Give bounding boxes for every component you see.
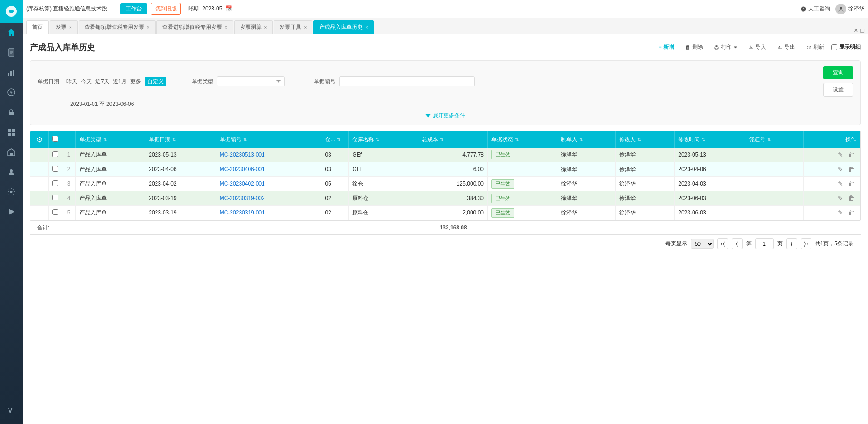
- ai-service-button[interactable]: 人工咨询: [800, 5, 830, 13]
- date-yesterday[interactable]: 昨天: [66, 78, 77, 86]
- row-checkbox[interactable]: [52, 166, 58, 172]
- row-delete-button[interactable]: 🗑: [846, 150, 856, 159]
- date-today[interactable]: 今天: [81, 78, 92, 86]
- tab-invoice[interactable]: 发票 ×: [50, 20, 78, 34]
- th-warehouse-name[interactable]: 仓库名称⇅: [349, 131, 418, 148]
- row-checkbox[interactable]: [52, 151, 58, 157]
- row-checkbox-cell: [48, 205, 62, 220]
- row-checkbox[interactable]: [52, 180, 58, 186]
- date-1month[interactable]: 近1月: [113, 78, 127, 86]
- th-warehouse-code[interactable]: 仓...⇅: [321, 131, 349, 148]
- tab-sales-vat-close[interactable]: ×: [147, 25, 150, 30]
- sidebar-item-play[interactable]: [0, 202, 23, 222]
- row-number-link[interactable]: MC-20230319-002: [220, 195, 265, 201]
- th-status[interactable]: 单据状态⇅: [487, 131, 557, 148]
- import-button[interactable]: 导入: [745, 42, 770, 53]
- sidebar-item-warehouse[interactable]: [0, 142, 23, 162]
- tab-product-history-close[interactable]: ×: [365, 25, 368, 30]
- row-total-cost: 125,000.00: [418, 176, 488, 191]
- th-date[interactable]: 单据日期⇅: [145, 131, 216, 148]
- tab-invoice-open-close[interactable]: ×: [304, 25, 307, 30]
- row-number-link[interactable]: MC-20230406-001: [220, 166, 265, 172]
- row-delete-button[interactable]: 🗑: [846, 165, 856, 174]
- row-edit-button[interactable]: ✎: [836, 208, 845, 217]
- row-warehouse-name: 原料仓: [349, 205, 418, 220]
- select-all-checkbox[interactable]: [52, 136, 58, 142]
- user-avatar: [835, 4, 846, 14]
- sidebar-item-document[interactable]: [0, 43, 23, 62]
- query-button[interactable]: 查询: [823, 66, 853, 79]
- number-label: 单据编号: [314, 78, 335, 86]
- sidebar-item-lock[interactable]: [0, 102, 23, 122]
- row-checkbox-cell: [48, 148, 62, 162]
- th-creator[interactable]: 制单人⇅: [557, 131, 616, 148]
- sidebar-item-home[interactable]: [0, 23, 23, 43]
- column-settings-button[interactable]: ⚙: [36, 135, 42, 144]
- row-delete-button[interactable]: 🗑: [846, 208, 856, 217]
- th-number[interactable]: 单据编号⇅: [216, 131, 321, 148]
- display-toggle-checkbox[interactable]: [831, 44, 837, 50]
- calendar-icon[interactable]: 📅: [226, 5, 232, 12]
- row-delete-button[interactable]: 🗑: [846, 179, 856, 188]
- svg-rect-23: [716, 45, 718, 47]
- tab-close-all[interactable]: ×: [854, 27, 858, 34]
- sidebar-item-v[interactable]: V: [0, 400, 23, 420]
- next-page-button[interactable]: ⟩: [786, 238, 797, 249]
- row-edit-button[interactable]: ✎: [836, 179, 845, 188]
- row-creator: 徐泽华: [557, 176, 616, 191]
- date-7days[interactable]: 近7天: [95, 78, 109, 86]
- switch-version-button[interactable]: 切到旧版: [151, 3, 181, 15]
- date-more[interactable]: 更多: [130, 78, 141, 86]
- table-row: 2 产品入库单 2023-04-06 MC-20230406-001 03 GE…: [30, 162, 860, 176]
- sidebar-item-chart[interactable]: [0, 62, 23, 82]
- row-number-link[interactable]: MC-20230402-001: [220, 181, 265, 187]
- tab-purchase-vat[interactable]: 查看进项增值税专用发票 ×: [156, 20, 233, 34]
- th-modify-time[interactable]: 修改时间⇅: [675, 131, 745, 148]
- row-checkbox[interactable]: [52, 195, 58, 200]
- app-logo[interactable]: [0, 0, 23, 23]
- tab-home[interactable]: 首页: [26, 20, 49, 34]
- user-menu[interactable]: 徐泽华: [835, 4, 864, 14]
- tab-purchase-vat-close[interactable]: ×: [225, 25, 227, 30]
- workbench-button[interactable]: 工作台: [120, 3, 147, 14]
- tab-sales-vat[interactable]: 查看销项增值税专用发票 ×: [79, 20, 156, 34]
- last-page-button[interactable]: ⟩⟩: [801, 238, 811, 249]
- type-select[interactable]: [217, 76, 285, 86]
- row-checkbox[interactable]: [52, 209, 58, 215]
- row-warehouse-name: GEf: [349, 148, 418, 162]
- page-size-select[interactable]: 50 10 20 100: [691, 239, 714, 249]
- delete-button[interactable]: 删除: [681, 42, 707, 53]
- sidebar-item-person[interactable]: [0, 162, 23, 182]
- first-page-button[interactable]: ⟨⟨: [717, 238, 728, 249]
- row-edit-button[interactable]: ✎: [836, 165, 845, 174]
- page-number-input[interactable]: [755, 238, 774, 249]
- date-custom[interactable]: 自定义: [145, 77, 166, 86]
- export-button[interactable]: 导出: [774, 42, 799, 53]
- new-button[interactable]: + 新增: [655, 42, 678, 53]
- th-type[interactable]: 单据类型⇅: [75, 131, 145, 148]
- row-edit-button[interactable]: ✎: [836, 194, 845, 203]
- tab-invoice-open[interactable]: 发票开具 ×: [274, 20, 312, 34]
- th-voucher[interactable]: 凭证号⇅: [745, 131, 804, 148]
- print-button[interactable]: 打印: [710, 42, 741, 53]
- sidebar-item-money[interactable]: ¥: [0, 82, 23, 102]
- th-modifier[interactable]: 修改人⇅: [616, 131, 675, 148]
- refresh-button[interactable]: 刷新: [802, 42, 828, 53]
- setting-button[interactable]: 设置: [823, 83, 853, 97]
- row-number-link[interactable]: MC-20230513-001: [220, 152, 265, 158]
- row-delete-button[interactable]: 🗑: [846, 194, 856, 203]
- tab-invoice-close[interactable]: ×: [69, 25, 72, 30]
- th-total-cost[interactable]: 总成本⇅: [418, 131, 488, 148]
- tab-invoice-calc-close[interactable]: ×: [264, 25, 267, 30]
- number-input[interactable]: [339, 76, 475, 86]
- row-edit-button[interactable]: ✎: [836, 150, 845, 159]
- tab-product-history[interactable]: 产成品入库单历史 ×: [313, 20, 374, 34]
- tab-maximize[interactable]: □: [861, 27, 864, 34]
- sidebar-item-settings[interactable]: [0, 182, 23, 202]
- sidebar-item-grid[interactable]: [0, 122, 23, 142]
- filter-expand[interactable]: 展开更多条件: [38, 112, 853, 119]
- prev-page-button[interactable]: ⟨: [732, 238, 743, 249]
- row-number-link[interactable]: MC-20230319-001: [220, 210, 265, 216]
- tab-invoice-calc[interactable]: 发票测算 ×: [234, 20, 273, 34]
- type-label: 单据类型: [192, 78, 213, 86]
